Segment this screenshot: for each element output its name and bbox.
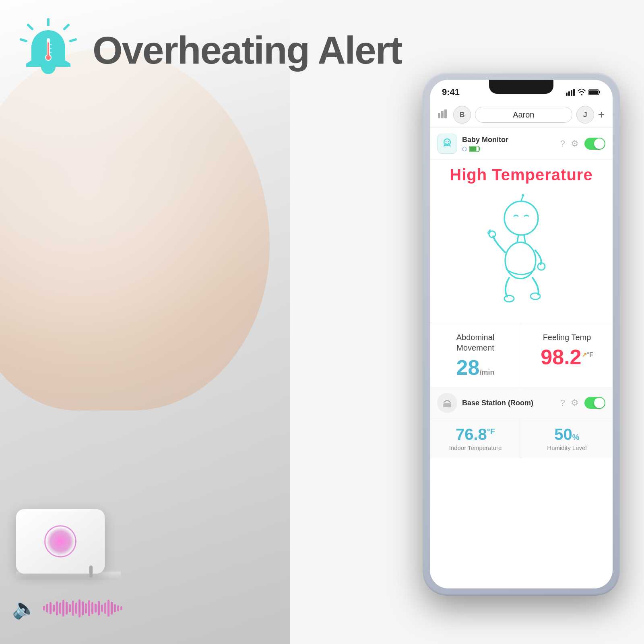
feeling-temp-label: Feeling Temp — [529, 332, 605, 343]
alert-bell-icon — [16, 16, 85, 85]
device-name-label: Baby Monitor — [462, 136, 555, 144]
wifi-icon — [577, 89, 586, 95]
speaker-icon: 🔈 — [12, 597, 37, 620]
svg-point-20 — [448, 141, 449, 142]
bottom-stats: 76.8°F Indoor Temperature 50% Humidity L… — [430, 419, 613, 458]
bluetooth-icon: ⬡ — [462, 146, 467, 152]
device-cable — [89, 566, 93, 578]
baby-monitor-icon — [441, 137, 454, 150]
svg-line-28 — [524, 235, 525, 242]
settings-icon[interactable]: ⚙ — [571, 138, 579, 149]
feeling-temp-cell: Feeling Temp 98.2↗°F — [521, 323, 613, 387]
svg-point-32 — [530, 293, 540, 299]
base-station-icon — [437, 393, 457, 413]
device-info: Baby Monitor ⬡ — [462, 136, 555, 152]
svg-line-2 — [64, 25, 68, 29]
base-help-icon[interactable]: ? — [560, 398, 565, 408]
base-station-info: Base Station (Room) — [462, 399, 555, 407]
battery-level-icon — [469, 146, 481, 152]
phone-container: 9:41 — [423, 72, 620, 596]
sound-waves — [43, 598, 122, 618]
high-temp-section: High Temperature — [430, 160, 613, 186]
feeling-temp-value: 98.2↗°F — [529, 347, 605, 367]
device-row: Baby Monitor ⬡ ? ⚙ — [430, 128, 613, 160]
stats-grid: Abdominal Movement 28/min Feeling Temp 9… — [430, 323, 613, 387]
abdominal-label: Abdominal Movement — [438, 332, 513, 353]
abdominal-movement-cell: Abdominal Movement 28/min — [430, 323, 521, 387]
avatar-j[interactable]: J — [576, 106, 594, 124]
base-station-label: Base Station (Room) — [462, 399, 555, 407]
svg-point-26 — [505, 242, 536, 279]
indoor-temp-cell: 76.8°F Indoor Temperature — [430, 419, 521, 458]
svg-rect-33 — [443, 403, 451, 407]
phone-screen: 9:41 — [430, 80, 613, 588]
humidity-label: Humidity Level — [529, 444, 605, 451]
indoor-temp-value: 76.8°F — [438, 426, 513, 442]
base-device — [16, 509, 105, 574]
base-station-toggle[interactable] — [584, 397, 605, 409]
device-avatar — [437, 134, 457, 154]
signal-bars — [566, 89, 575, 96]
svg-rect-17 — [444, 109, 447, 118]
svg-point-24 — [504, 201, 538, 235]
base-device-area — [16, 509, 121, 580]
chart-icon[interactable] — [438, 109, 449, 121]
battery-icon — [588, 89, 601, 95]
svg-line-1 — [28, 25, 32, 29]
add-profile-button[interactable]: + — [598, 108, 605, 121]
svg-rect-7 — [47, 42, 49, 56]
base-settings-icon[interactable]: ⚙ — [571, 398, 579, 408]
svg-rect-22 — [470, 147, 477, 151]
device-status-icons: ⬡ — [462, 146, 555, 152]
svg-line-3 — [21, 39, 26, 41]
abdominal-value: 28/min — [438, 357, 513, 378]
svg-rect-23 — [479, 147, 480, 151]
svg-point-19 — [446, 141, 447, 142]
baby-figure-svg — [473, 194, 570, 315]
baby-illustration — [430, 186, 613, 323]
base-station-row: Base Station (Room) ? ⚙ — [430, 387, 613, 419]
phone-notch — [489, 80, 553, 94]
svg-line-27 — [517, 235, 518, 242]
humidity-cell: 50% Humidity Level — [521, 419, 613, 458]
router-icon — [441, 398, 453, 407]
page-title: Overheating Alert — [93, 28, 402, 72]
svg-rect-16 — [441, 111, 444, 118]
svg-point-8 — [46, 55, 51, 60]
svg-point-31 — [504, 295, 514, 302]
high-temp-alert: High Temperature — [438, 166, 605, 184]
device-ring — [44, 525, 76, 557]
user-name-pill[interactable]: Aaron — [475, 107, 572, 123]
avatar-b[interactable]: B — [453, 106, 471, 124]
help-icon[interactable]: ? — [560, 138, 565, 149]
status-time: 9:41 — [442, 87, 460, 97]
svg-point-25 — [522, 194, 524, 196]
status-icons — [566, 89, 601, 96]
indoor-temp-label: Indoor Temperature — [438, 444, 513, 451]
stats-chart-icon — [438, 109, 449, 118]
svg-rect-14 — [599, 91, 600, 93]
phone-frame: 9:41 — [423, 72, 620, 596]
device-toggle[interactable] — [584, 138, 605, 150]
svg-rect-13 — [589, 91, 598, 94]
svg-rect-15 — [438, 113, 440, 118]
nav-bar[interactable]: B Aaron J + — [430, 102, 613, 128]
sound-area: 🔈 — [12, 597, 122, 620]
humidity-value: 50% — [529, 426, 605, 442]
device-row-actions: ? ⚙ — [560, 138, 605, 150]
svg-line-4 — [70, 39, 76, 41]
base-station-actions: ? ⚙ — [560, 397, 605, 409]
